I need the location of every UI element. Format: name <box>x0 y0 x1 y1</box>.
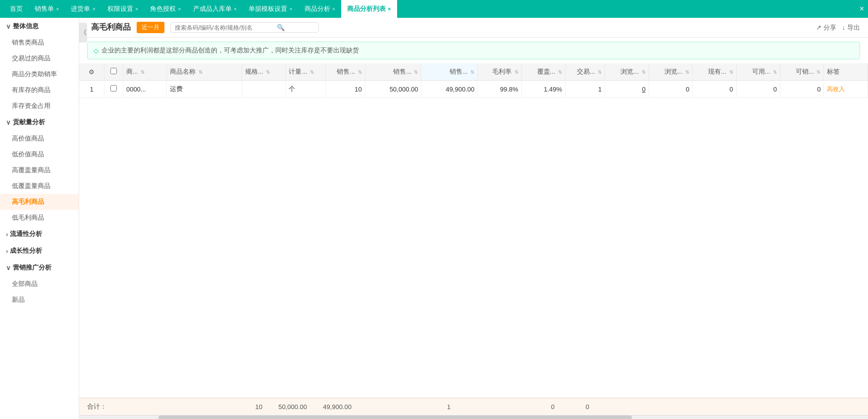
col-header-sale-amt[interactable]: 销售... ⇅ <box>365 63 421 81</box>
sidebar-item-low-value[interactable]: 低价值商品 <box>0 146 79 162</box>
nav-role[interactable]: 角色授权 × <box>144 0 187 18</box>
col-header-name[interactable]: 商品名称 ⇅ <box>167 63 242 81</box>
nav-analysis-close[interactable]: × <box>332 0 335 18</box>
sidebar-item-low-cover[interactable]: 低覆盖量商品 <box>0 178 79 194</box>
nav-sales-close[interactable]: × <box>56 0 59 18</box>
sidebar-item-stock-goods[interactable]: 有库存的商品 <box>0 82 79 98</box>
sidebar-item-traded-goods[interactable]: 交易过的商品 <box>0 50 79 66</box>
nav-analysis-list[interactable]: 商品分析列表 × <box>341 0 397 18</box>
nav-analysis[interactable]: 商品分析 × <box>299 0 341 18</box>
row-checkbox[interactable] <box>110 85 117 92</box>
nav-template-close[interactable]: × <box>289 0 292 18</box>
col-header-settings[interactable]: ⚙ <box>79 63 104 81</box>
nav-permission[interactable]: 权限设置 × <box>102 0 144 18</box>
sidebar: ∨ 整体信息 销售类商品 交易过的商品 商品分类助销率 有库存的商品 库存资金占… <box>0 18 79 419</box>
col-stock2-label: 可用... <box>752 68 770 75</box>
nav-analysis-list-label: 商品分析列表 <box>347 0 386 18</box>
col-stock1-label: 现有... <box>708 68 726 75</box>
nav-sales-label: 销售单 <box>35 0 54 18</box>
nav-permission-label: 权限设置 <box>107 0 133 18</box>
nav-analysis-label: 商品分析 <box>305 0 330 18</box>
cell-stock2: 0 <box>736 81 780 98</box>
sidebar-item-new-goods[interactable]: 新品 <box>0 292 79 308</box>
footer-gross-rate <box>355 403 389 411</box>
share-button[interactable]: ↗ 分享 <box>816 23 836 32</box>
sidebar-group-liquidity[interactable]: › 流通性分析 <box>0 226 79 242</box>
sidebar-group-marketing[interactable]: ∨ 营销推广分析 <box>0 259 79 276</box>
select-all-checkbox[interactable] <box>110 68 117 74</box>
col-header-unit[interactable]: 计量... ⇅ <box>286 63 325 81</box>
arrow-icon-2: ∨ <box>6 119 11 126</box>
col-browse1-label: 浏览... <box>620 68 639 75</box>
data-table-wrapper: ⚙ 商... ⇅ 商品名称 ⇅ <box>79 63 868 398</box>
nav-analysis-list-close[interactable]: × <box>388 0 391 18</box>
nav-sales[interactable]: 销售单 × <box>29 0 65 18</box>
search-icon[interactable]: 🔍 <box>277 24 285 31</box>
scrollbar-thumb[interactable] <box>158 416 632 419</box>
nav-role-label: 角色授权 <box>150 0 176 18</box>
col-header-cover[interactable]: 覆盖... ⇅ <box>521 63 565 81</box>
nav-role-close[interactable]: × <box>178 0 181 18</box>
col-code-label: 商... <box>126 68 138 75</box>
col-header-stock2[interactable]: 可用... ⇅ <box>736 63 780 81</box>
col-header-sale-profit[interactable]: 销售... ⇅ <box>421 63 478 81</box>
content-header: 高毛利商品 近一月 🔍 ↗ 分享 ↓ 导出 <box>79 18 868 38</box>
horizontal-scrollbar[interactable] <box>79 415 868 419</box>
nav-product-inbound-close[interactable]: × <box>234 0 237 18</box>
sidebar-item-category-sales-rate[interactable]: 商品分类助销率 <box>0 66 79 82</box>
nav-product-inbound[interactable]: 产成品入库单 × <box>187 0 243 18</box>
settings-icon: ⚙ <box>89 68 95 76</box>
cell-browse1[interactable]: 0 <box>605 81 649 98</box>
sort-icon-unit: ⇅ <box>310 69 314 75</box>
sidebar-item-sales-goods[interactable]: 销售类商品 <box>0 35 79 50</box>
sidebar-group-contribution[interactable]: ∨ 贡献量分析 <box>0 114 79 131</box>
cell-check[interactable] <box>104 81 123 98</box>
sidebar-item-low-margin[interactable]: 低毛利商品 <box>0 210 79 226</box>
sidebar-item-stock-capital[interactable]: 库存资金占用 <box>0 98 79 114</box>
page-title: 高毛利商品 <box>91 22 131 33</box>
col-header-gross-rate[interactable]: 毛利率 ⇅ <box>478 63 521 81</box>
nav-permission-close[interactable]: × <box>135 0 138 18</box>
col-header-saleable[interactable]: 可销... ⇅ <box>780 63 824 81</box>
export-icon: ↓ <box>842 24 846 31</box>
top-navigation: 首页 销售单 × 进货单 × 权限设置 × 角色授权 × 产成品入库单 × 单据… <box>0 0 868 18</box>
sort-icon-trade: ⇅ <box>598 69 602 75</box>
table-row: 1 0000... 运费 <box>79 81 868 98</box>
nav-home[interactable]: 首页 <box>4 0 29 18</box>
sidebar-group-overall[interactable]: ∨ 整体信息 <box>0 18 79 35</box>
sidebar-item-high-margin[interactable]: 高毛利商品 <box>0 194 79 210</box>
time-filter-button[interactable]: 近一月 <box>137 22 164 33</box>
col-header-tag[interactable]: 标签 <box>824 63 868 81</box>
nav-home-label: 首页 <box>10 0 23 18</box>
sidebar-item-all-goods[interactable]: 全部商品 <box>0 276 79 292</box>
search-box: 🔍 <box>170 22 319 33</box>
footer-sale-amt: 50,000.00 <box>265 403 310 411</box>
sidebar-item-high-cover[interactable]: 高覆盖量商品 <box>0 162 79 178</box>
data-table: ⚙ 商... ⇅ 商品名称 ⇅ <box>79 63 868 98</box>
col-header-code[interactable]: 商... ⇅ <box>123 63 166 81</box>
nav-purchase[interactable]: 进货单 × <box>65 0 101 18</box>
nav-purchase-close[interactable]: × <box>92 0 95 18</box>
col-header-browse1[interactable]: 浏览... ⇅ <box>605 63 649 81</box>
nav-purchase-label: 进货单 <box>71 0 90 18</box>
sidebar-item-high-value[interactable]: 高价值商品 <box>0 131 79 146</box>
col-header-browse2[interactable]: 浏览... ⇅ <box>649 63 692 81</box>
col-header-stock1[interactable]: 现有... ⇅ <box>693 63 736 81</box>
footer-cover <box>389 403 424 411</box>
global-close-button[interactable]: × <box>860 4 864 13</box>
col-header-spec[interactable]: 规格... ⇅ <box>242 63 285 81</box>
col-header-check[interactable] <box>104 63 123 81</box>
search-input[interactable] <box>175 24 274 31</box>
sort-icon-browse1: ⇅ <box>642 69 646 75</box>
footer-sale-qty: 10 <box>236 403 265 411</box>
col-gross-rate-label: 毛利率 <box>492 68 511 75</box>
arrow-icon-4: › <box>6 247 8 255</box>
col-header-sale-qty[interactable]: 销售... ⇅ <box>325 63 365 81</box>
sidebar-group-growth[interactable]: › 成长性分析 <box>0 242 79 259</box>
nav-template[interactable]: 单据模板设置 × <box>243 0 298 18</box>
col-header-trade[interactable]: 交易... ⇅ <box>565 63 605 81</box>
footer-browse2 <box>488 403 523 411</box>
sidebar-collapse-button[interactable]: 《 <box>79 23 87 43</box>
export-button[interactable]: ↓ 导出 <box>842 23 861 32</box>
cell-sale-amt: 50,000.00 <box>365 81 421 98</box>
